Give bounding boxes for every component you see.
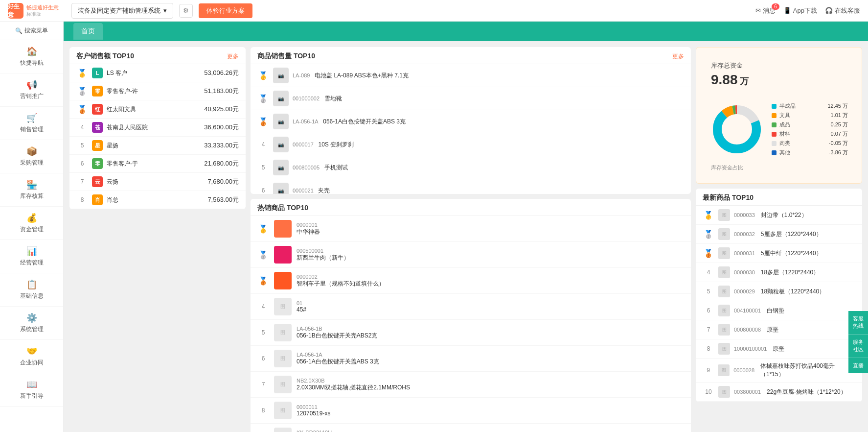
rank-cell: 7 bbox=[76, 178, 88, 185]
customers-top10-header: 客户销售额 TOP10 更多 bbox=[69, 47, 246, 64]
inventory-legend: 半成品 12.45 万 文具 1.01 万 成品 0.25 万 材料 0.07 … bbox=[772, 102, 848, 156]
legend-label: 半成品 bbox=[779, 102, 824, 110]
customer-name: 零售客户-许 bbox=[107, 87, 200, 96]
np-name: 18颗粒板（1220*2440） bbox=[761, 288, 825, 296]
table-row: 🥉 红 红太阳文具 40,925.00元 bbox=[69, 100, 246, 119]
hot-rank: 7 bbox=[257, 381, 269, 388]
product-code: LA-089 bbox=[293, 72, 310, 78]
hot-rank: 8 bbox=[257, 407, 269, 414]
sidebar-item-inventory[interactable]: 🏪 库存核算 bbox=[0, 173, 63, 207]
mid-panel: 商品销售量 TOP10 更多 🥇 📷 LA-089 电池盖 LA-089 ABS… bbox=[251, 47, 691, 432]
product-img: 📷 bbox=[273, 160, 289, 175]
sidebar-item-cooperation[interactable]: 🤝 企业协同 bbox=[0, 340, 63, 373]
rank-cell: 4 bbox=[257, 141, 269, 148]
hot-product-name: 056-1A白色按键开关盖ABS 3克 bbox=[297, 358, 379, 366]
trial-button[interactable]: 体验行业方案 bbox=[199, 3, 252, 18]
customer-badge: 云 bbox=[92, 176, 103, 187]
products-sales-title: 商品销售量 TOP10 bbox=[257, 52, 315, 61]
table-row: 🥇 L LS 客户 53,006.26元 bbox=[69, 64, 246, 82]
np-name: 5厘中纤（1220*2440） bbox=[761, 249, 822, 258]
sidebar-label-cooperation: 企业协同 bbox=[20, 359, 44, 367]
hot-products-card: 热销商品 TOP10 🥇 0000001 中华神器 🥈 000500001 新西… bbox=[251, 199, 691, 432]
np-img: 图 bbox=[718, 286, 730, 297]
legend-item: 半成品 12.45 万 bbox=[772, 102, 848, 110]
float-btn-community[interactable]: 服务社区 bbox=[848, 334, 868, 358]
sidebar-label-quicknav: 快捷导航 bbox=[20, 59, 44, 67]
hot-product-img bbox=[274, 246, 292, 264]
list-item: 8 图 0000011 12070519-xs bbox=[251, 398, 691, 424]
hot-product-name: 12070519-xs bbox=[297, 410, 330, 417]
headset-icon: 🎧 bbox=[825, 7, 833, 14]
sidebar-item-sales[interactable]: 🛒 销售管理 bbox=[0, 107, 63, 140]
left-panel: 客户销售额 TOP10 更多 🥇 L LS 客户 53,006.26元 🥈 零 … bbox=[69, 47, 246, 432]
np-img: 图 bbox=[718, 386, 730, 398]
list-item: 7 图 000800008 原垩 bbox=[696, 320, 862, 339]
sidebar-item-basic[interactable]: 📋 基础信息 bbox=[0, 273, 63, 307]
sidebar-item-system[interactable]: ⚙️ 系统管理 bbox=[0, 307, 63, 340]
main-content: 首页 客户销售额 TOP10 更多 🥇 L LS 客户 53,006.26元 🥈… bbox=[64, 22, 868, 432]
rank-cell: 🥉 bbox=[257, 117, 269, 126]
list-item: 🥈 图 0000032 5厘多层（1220*2440） bbox=[696, 225, 862, 244]
hot-product-img bbox=[274, 272, 292, 289]
customer-amount: 51,183.00元 bbox=[204, 87, 239, 96]
hot-product-code: 0000011 bbox=[297, 404, 330, 410]
customers-top10-title: 客户销售额 TOP10 bbox=[76, 52, 134, 61]
rank-cell: 🥇 bbox=[76, 69, 88, 78]
product-img: 📷 bbox=[273, 114, 289, 129]
sidebar-label-search: 搜索菜单 bbox=[24, 26, 48, 35]
system-selector[interactable]: 装备及固定资产辅助管理系统 ▾ bbox=[71, 3, 173, 19]
system-name: 装备及固定资产辅助管理系统 bbox=[78, 6, 160, 15]
customer-amount: 53,006.26元 bbox=[204, 69, 239, 77]
np-rank: 🥈 bbox=[703, 230, 714, 239]
products-sales-more[interactable]: 更多 bbox=[672, 52, 684, 61]
customers-top10-more[interactable]: 更多 bbox=[227, 52, 239, 61]
logo-area: 好生意 畅捷通好生意 标准版 bbox=[8, 3, 71, 19]
float-btn-live[interactable]: 直播 bbox=[848, 358, 868, 373]
hot-product-info: 0000011 12070519-xs bbox=[297, 404, 330, 417]
sidebar-item-marketing[interactable]: 📢 营销推广 bbox=[0, 73, 63, 107]
float-btn-service[interactable]: 客服热线 bbox=[848, 311, 868, 334]
hot-product-name: 中华神器 bbox=[297, 228, 320, 236]
legend-label: 文具 bbox=[779, 112, 828, 119]
legend-dot bbox=[772, 150, 777, 155]
donut-chart bbox=[710, 102, 764, 156]
content-area: 客户销售额 TOP10 更多 🥇 L LS 客户 53,006.26元 🥈 零 … bbox=[64, 41, 868, 432]
warehouse-icon: 🏪 bbox=[26, 179, 37, 190]
sidebar-item-search[interactable]: 🔍 搜索菜单 bbox=[0, 22, 63, 40]
sidebar-item-quicknav[interactable]: 🏠 快捷导航 bbox=[0, 40, 63, 73]
product-code: 0000017 bbox=[293, 142, 314, 147]
sidebar-item-guide[interactable]: 📖 新手引导 bbox=[0, 373, 63, 407]
topbar-center: 装备及固定资产辅助管理系统 ▾ ⚙ 体验行业方案 bbox=[71, 3, 755, 19]
hot-product-info: 0000002 智利车子里（规格不知道填什么） bbox=[297, 274, 385, 288]
rank-cell: 6 bbox=[257, 187, 269, 194]
hot-products-header: 热销商品 TOP10 bbox=[251, 199, 691, 216]
np-rank: 6 bbox=[703, 307, 714, 314]
np-rank: 10 bbox=[703, 388, 714, 395]
sidebar-item-purchase[interactable]: 📦 采购管理 bbox=[0, 140, 63, 173]
sidebar-label-system: 系统管理 bbox=[20, 325, 44, 334]
hot-products-table: 🥇 0000001 中华神器 🥈 000500001 新西兰牛肉（新牛） 🥉 0… bbox=[251, 216, 691, 432]
settings-button[interactable]: ⚙ bbox=[179, 4, 193, 18]
rank-cell: 🥈 bbox=[257, 94, 269, 103]
customer-service-button[interactable]: 🎧 在线客服 bbox=[825, 6, 860, 15]
product-name: 手机测试 bbox=[324, 164, 348, 171]
np-rank: 🥉 bbox=[703, 249, 714, 258]
product-name: 夹壳 bbox=[318, 187, 330, 194]
app-download-button[interactable]: 📱 App下载 bbox=[783, 6, 817, 15]
new-products-title: 最新商品 TOP10 bbox=[703, 193, 754, 202]
new-products-table: 🥇 图 0000033 封边带（1.0*22） 🥈 图 0000032 5厘多层… bbox=[696, 206, 862, 402]
customer-name: 零售客户-于 bbox=[107, 160, 200, 168]
product-code: LA-056-1A bbox=[293, 119, 319, 124]
legend-item: 材料 0.07 万 bbox=[772, 130, 848, 138]
list-item: 4 图 01 45# bbox=[251, 294, 691, 320]
sidebar-label-purchase: 采购管理 bbox=[20, 159, 44, 167]
list-item: 🥉 图 0000031 5厘中纤（1220*2440） bbox=[696, 244, 862, 263]
home-tab[interactable]: 首页 bbox=[73, 23, 103, 40]
list-item: 7 图 NB2.0X30B 2.0X30MM双搓花轴,搓花直径2.1MM/ROH… bbox=[251, 372, 691, 398]
sidebar-item-finance[interactable]: 💰 资金管理 bbox=[0, 207, 63, 240]
hot-product-code: 01 bbox=[297, 300, 306, 306]
customer-amount: 36,600.00元 bbox=[204, 123, 239, 132]
legend-dot bbox=[772, 141, 777, 146]
message-button[interactable]: ✉ 消息 6 bbox=[755, 6, 776, 15]
sidebar-item-operations[interactable]: 📊 经营管理 bbox=[0, 240, 63, 273]
